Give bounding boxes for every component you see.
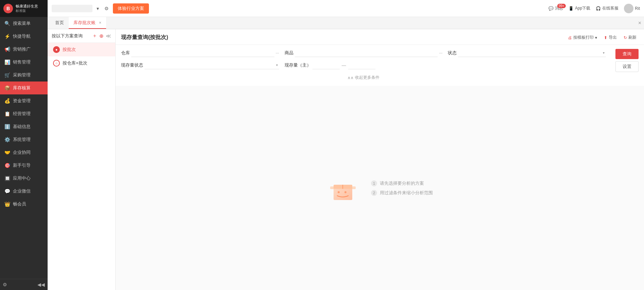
box-icon: 📦 [4,85,10,91]
product-more-icon[interactable]: ··· [439,51,442,55]
sidebar-item-app-center[interactable]: 🔲 应用中心 [0,172,48,185]
status-chevron-icon: ▾ [603,51,605,55]
scheme-item-warehouse-batch[interactable]: ○ 按仓库+批次 [48,56,115,70]
filter-inventory-status: 现存量状态 有库存 无库存 ▾ [121,61,279,69]
user-name: Rit [635,6,640,11]
sidebar-item-label: 应用中心 [13,175,31,181]
collapse-more-conditions-btn[interactable]: ∧∧ 收起更多条件 [121,73,606,82]
inventory-status-label: 现存量状态 [121,62,143,68]
sidebar-item-sales[interactable]: 📊 销售管理 [0,56,48,69]
collapse-sidebar-btn[interactable]: ◀◀ [37,282,45,287]
filter-warehouse: 仓库 ··· [121,49,279,57]
warehouse-input[interactable] [131,49,274,57]
sidebar-item-member[interactable]: 👑 畅会员 [0,198,48,211]
app-download-btn[interactable]: 📱 App下载 [569,5,590,11]
tab-inventory-batch[interactable]: 库存批次账 × [69,17,106,29]
collapse-label: 收起更多条件 [355,75,379,80]
online-service-label: 在线客服 [602,5,618,11]
tab-home[interactable]: 首页 [50,17,69,29]
refresh-icon: ↻ [624,35,627,40]
export-btn[interactable]: ⬆ 导出 [602,33,619,42]
message-badge: 99+ [557,4,566,8]
breadcrumb-input[interactable] [52,5,92,12]
inventory-amount-min-input[interactable] [312,61,340,69]
warehouse-label: 仓库 [121,50,130,56]
settings-topbar-btn[interactable]: ⚙ [103,4,110,13]
money-icon: 💰 [4,98,10,104]
topbar: ▾ ⚙ 体验行业方案 💬 消息 99+ 📱 App下载 🎧 在线客服 Rit [48,0,644,17]
sidebar-item-quick-nav[interactable]: ⚡ 快捷导航 [0,30,48,43]
sidebar-item-basic-info[interactable]: ℹ️ 基础信息 [0,120,48,133]
status-select[interactable]: 启用 停用 [458,49,606,57]
scheme-warehouse-batch-label: 按仓库+批次 [63,60,87,66]
add-scheme-btn[interactable]: ＋ [92,33,97,39]
experience-industry-btn[interactable]: 体验行业方案 [113,3,149,14]
message-btn[interactable]: 💬 消息 99+ [548,5,563,11]
print-btn[interactable]: 🖨 按模板打印 ▾ [566,33,599,42]
sidebar-item-label: 系统管理 [13,137,31,143]
gear-icon: ⚙️ [4,137,10,143]
filter-inventory-amount: 现存量（主） — [285,61,443,69]
empty-tips: 1 请先选择要分析的方案 2 用过滤条件来缩小分析范围 [371,180,433,196]
sidebar-item-system[interactable]: ⚙️ 系统管理 [0,133,48,146]
megaphone-icon: 📢 [4,46,10,52]
sidebar-item-enterprise[interactable]: 🤝 企业协同 [0,146,48,159]
inventory-status-select[interactable]: 有库存 无库存 [145,61,279,69]
user-btn[interactable]: Rit [624,4,640,13]
handshake-icon: 🤝 [4,149,10,156]
headset-icon: 🎧 [596,6,601,11]
info-icon: ℹ️ [4,124,10,130]
sidebar-header: B 畅康通好生意 标准版 [0,0,48,17]
chevron-up-icon: ∧∧ [348,75,354,80]
sidebar-item-inventory[interactable]: 📦 库存核算 [0,81,48,94]
scheme-item-batch[interactable]: ● 按批次 [48,43,115,56]
topbar-right: 💬 消息 99+ 📱 App下载 🎧 在线客服 Rit [548,4,640,13]
filter-area: 仓库 ··· 商品 ··· [116,45,644,86]
export-icon: ⬆ [604,35,607,40]
sidebar-item-newbie[interactable]: 🎯 新手引导 [0,159,48,172]
sidebar-item-operations[interactable]: 📋 经营管理 [0,107,48,120]
product-input[interactable] [295,49,438,57]
app-subtitle: 标准版 [16,8,38,13]
empty-state: 1 请先选择要分析的方案 2 用过滤条件来缩小分析范围 [116,86,644,290]
sidebar-item-marketing[interactable]: 📢 营销推广 [0,43,48,56]
sidebar-item-label: 畅会员 [13,201,26,207]
print-dropdown-icon: ▾ [595,35,597,40]
close-all-tabs-btn[interactable]: × [638,20,641,26]
app-download-label: App下载 [575,5,590,11]
grid-icon: 🔲 [4,175,10,181]
right-content: 现存量查询(按批次) 🖨 按模板打印 ▾ ⬆ 导出 ↻ 刷新 [116,29,644,290]
sidebar-item-finance[interactable]: 💰 资金管理 [0,94,48,107]
tip-text-1: 请先选择要分析的方案 [380,180,424,186]
sidebar-item-label: 搜索菜单 [13,20,31,26]
online-service-btn[interactable]: 🎧 在线客服 [596,5,618,11]
empty-tip-1: 1 请先选择要分析的方案 [371,180,433,186]
filter-settings-btn[interactable]: 设置 [615,61,639,72]
warehouse-more-icon[interactable]: ··· [276,51,279,55]
target-icon: 🎯 [4,162,10,168]
tab-close-btn[interactable]: × [99,20,101,25]
inventory-status-select-wrapper: 有库存 无库存 ▾ [145,61,279,69]
page-title: 现存量查询(按批次) [121,34,168,41]
tab-inventory-batch-label: 库存批次账 [73,20,96,26]
scheme-settings-btn[interactable]: ⊕ [99,33,104,39]
settings-bottom-btn[interactable]: ⚙ [3,282,7,287]
sidebar-item-label: 经营管理 [13,111,31,117]
sidebar-item-label: 企业微信 [13,188,31,194]
dropdown-btn[interactable]: ▾ [95,4,100,13]
sidebar-item-enterprise-wechat[interactable]: 💬 企业微信 [0,185,48,198]
sidebar-item-purchase[interactable]: 🛒 采购管理 [0,69,48,81]
scheme-inactive-icon: ○ [53,60,60,67]
filter-row-1: 仓库 ··· 商品 ··· [121,49,606,57]
sidebar-item-label: 销售管理 [13,59,31,65]
page-header-actions: 🖨 按模板打印 ▾ ⬆ 导出 ↻ 刷新 [566,33,639,42]
scheme-active-icon: ● [53,46,60,53]
refresh-btn[interactable]: ↻ 刷新 [622,33,639,42]
collapse-left-panel-btn[interactable]: ≪ [106,33,111,39]
inventory-amount-max-input[interactable] [348,61,375,69]
print-icon: 🖨 [568,35,572,40]
topbar-left: ▾ ⚙ 体验行业方案 [52,3,546,14]
sidebar-item-search[interactable]: 🔍 搜索菜单 [0,17,48,30]
query-btn[interactable]: 查询 [615,49,639,59]
filter-row-2: 现存量状态 有库存 无库存 ▾ [121,61,606,69]
